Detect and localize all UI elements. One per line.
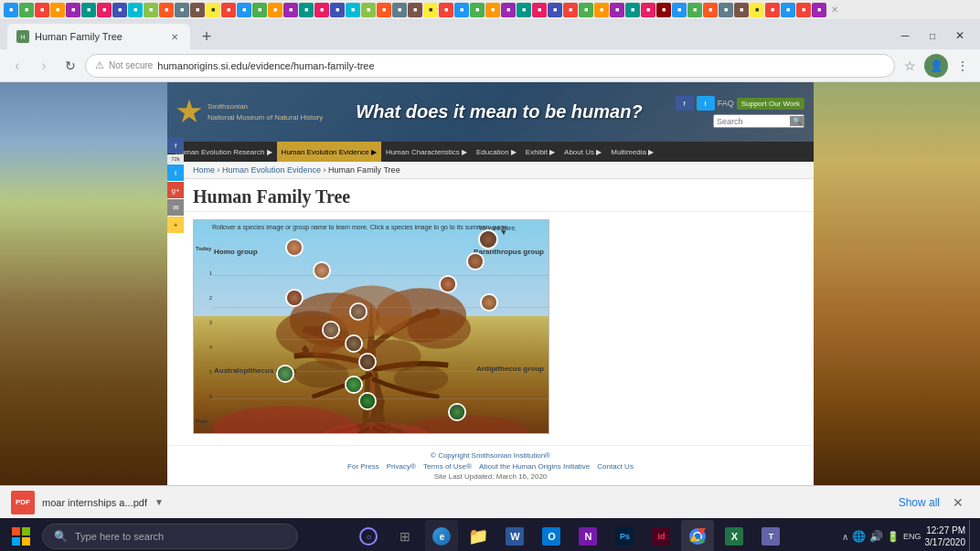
ext-icon-53[interactable]: ■	[812, 3, 826, 17]
taskbar-cortana-icon[interactable]: ○	[352, 520, 385, 551]
ext-icon-43[interactable]: ■	[656, 3, 671, 17]
species-circle-11[interactable]	[358, 353, 377, 371]
footer-link-terms[interactable]: Terms of Use®	[423, 462, 472, 471]
taskbar-edge-icon[interactable]: e	[425, 520, 458, 551]
googleplus-sidebar-button[interactable]: g+	[167, 182, 184, 198]
taskbar-file-explorer-icon[interactable]: 📁	[462, 520, 495, 551]
forward-button[interactable]: ›	[32, 54, 56, 78]
ext-icon-22[interactable]: ■	[330, 3, 345, 17]
site-search-button[interactable]: 🔍	[790, 116, 804, 126]
footer-link-press[interactable]: For Press	[347, 462, 379, 471]
taskbar-outlook-icon[interactable]: O	[535, 520, 568, 551]
ext-icon-19[interactable]: ■	[283, 3, 298, 17]
ext-icon-9[interactable]: ■	[128, 3, 143, 17]
download-chevron-button[interactable]: ▼	[154, 497, 164, 507]
battery-icon[interactable]: 🔋	[887, 531, 900, 543]
ext-icon-8[interactable]: ■	[112, 3, 127, 17]
active-tab[interactable]: H Human Family Tree ✕	[7, 24, 190, 49]
new-tab-button[interactable]: +	[194, 24, 219, 49]
species-circle-1[interactable]	[478, 229, 498, 249]
ext-icon-26[interactable]: ■	[392, 3, 407, 17]
homo-group-label[interactable]: Homo group	[214, 248, 258, 256]
ext-icon-40[interactable]: ■	[610, 3, 624, 17]
species-circle-9[interactable]	[322, 321, 340, 339]
ext-icon-16[interactable]: ■	[237, 3, 251, 17]
ext-icon-4[interactable]: ■	[50, 3, 65, 17]
ext-icon-29[interactable]: ■	[439, 3, 453, 17]
nav-item-evidence[interactable]: Human Evolution Evidence ▶	[277, 142, 381, 162]
ext-icon-38[interactable]: ■	[579, 3, 593, 17]
footer-link-contact[interactable]: Contact Us	[597, 462, 634, 471]
ext-icon-21[interactable]: ■	[314, 3, 329, 17]
ext-icon-15[interactable]: ■	[221, 3, 236, 17]
taskbar-search-bar[interactable]: 🔍 Type here to search	[42, 524, 298, 549]
species-circle-2[interactable]	[285, 238, 304, 257]
show-all-button[interactable]: Show all	[899, 496, 940, 509]
ext-icon-28[interactable]: ■	[423, 3, 438, 17]
back-button[interactable]: ‹	[5, 54, 29, 78]
ext-icon-17[interactable]: ■	[252, 3, 267, 17]
ext-icon-42[interactable]: ■	[641, 3, 655, 17]
ext-icon-32[interactable]: ■	[485, 3, 500, 17]
ext-icon-47[interactable]: ■	[719, 3, 733, 17]
ext-icon-3[interactable]: ■	[35, 3, 49, 17]
taskbar-excel-icon[interactable]: X	[718, 520, 751, 551]
taskbar-photoshop-icon[interactable]: Ps	[608, 520, 641, 551]
ext-icon-23[interactable]: ■	[346, 3, 360, 17]
minimize-button[interactable]: ─	[892, 26, 918, 46]
nav-item-exhibit[interactable]: Exhibit ▶	[521, 142, 559, 162]
start-button[interactable]	[0, 518, 42, 551]
ext-icon-44[interactable]: ■	[672, 3, 687, 17]
show-desktop-button[interactable]	[969, 520, 975, 551]
system-clock[interactable]: 12:27 PM 3/17/2020	[925, 525, 966, 548]
site-search-bar[interactable]: 🔍	[713, 114, 804, 128]
taskbar-chrome-icon[interactable]	[681, 520, 714, 551]
twitter-header-button[interactable]: t	[697, 96, 715, 111]
ext-icon-45[interactable]: ■	[687, 3, 702, 17]
taskbar-indesign-icon[interactable]: Id	[644, 520, 677, 551]
ext-icon-31[interactable]: ■	[470, 3, 485, 17]
ext-icon-50[interactable]: ■	[765, 3, 780, 17]
ext-icon-18[interactable]: ■	[268, 3, 282, 17]
download-bar-close-button[interactable]: ✕	[947, 495, 969, 510]
taskbar-onenote-icon[interactable]: N	[571, 520, 604, 551]
ext-icon-24[interactable]: ■	[361, 3, 376, 17]
ext-icon-52[interactable]: ■	[796, 3, 811, 17]
species-circle-8[interactable]	[480, 293, 498, 312]
ext-icon-25[interactable]: ■	[377, 3, 391, 17]
species-circle-5[interactable]	[439, 275, 457, 293]
faq-link[interactable]: FAQ	[718, 99, 734, 108]
taskbar-teams-icon[interactable]: T	[754, 520, 787, 551]
ext-icon-49[interactable]: ■	[750, 3, 764, 17]
species-circle-7[interactable]	[349, 302, 368, 321]
address-bar[interactable]: ⚠ Not secure humanorigins.si.edu/evidenc…	[85, 54, 895, 78]
breadcrumb-evidence[interactable]: Human Evolution Evidence	[222, 165, 321, 175]
ext-icon-12[interactable]: ■	[175, 3, 189, 17]
ext-icon-20[interactable]: ■	[299, 3, 314, 17]
site-search-input[interactable]	[717, 117, 790, 126]
ext-icon-5[interactable]: ■	[66, 3, 80, 17]
ext-icon-30[interactable]: ■	[454, 3, 469, 17]
species-circle-14[interactable]	[358, 392, 377, 410]
show-hidden-icons-button[interactable]: ∧	[842, 532, 848, 542]
nav-item-research[interactable]: Human Evolution Research ▶	[171, 142, 277, 162]
ardipithecus-group-label[interactable]: Ardipithecus group	[476, 365, 544, 373]
ext-icon-11[interactable]: ■	[159, 3, 174, 17]
ext-icon-46[interactable]: ■	[703, 3, 718, 17]
ext-icon-34[interactable]: ■	[517, 3, 531, 17]
ext-icon-48[interactable]: ■	[734, 3, 749, 17]
facebook-sidebar-button[interactable]: f	[167, 137, 184, 154]
taskbar-word-icon[interactable]: W	[498, 520, 531, 551]
menu-icon[interactable]: ⋮	[951, 54, 975, 78]
maximize-button[interactable]: □	[920, 26, 945, 46]
ext-icon-51[interactable]: ■	[781, 3, 795, 17]
nav-item-about[interactable]: About Us ▶	[559, 142, 606, 162]
support-button[interactable]: Support Our Work	[737, 98, 804, 110]
ext-icon-14[interactable]: ■	[206, 3, 220, 17]
footer-link-privacy[interactable]: Privacy®	[387, 462, 416, 471]
share-sidebar-button[interactable]: +	[167, 217, 184, 233]
species-circle-6[interactable]	[285, 289, 304, 307]
ext-icon-close[interactable]: ✕	[827, 3, 842, 17]
email-sidebar-button[interactable]: ✉	[167, 199, 184, 216]
ext-icon-36[interactable]: ■	[548, 3, 562, 17]
